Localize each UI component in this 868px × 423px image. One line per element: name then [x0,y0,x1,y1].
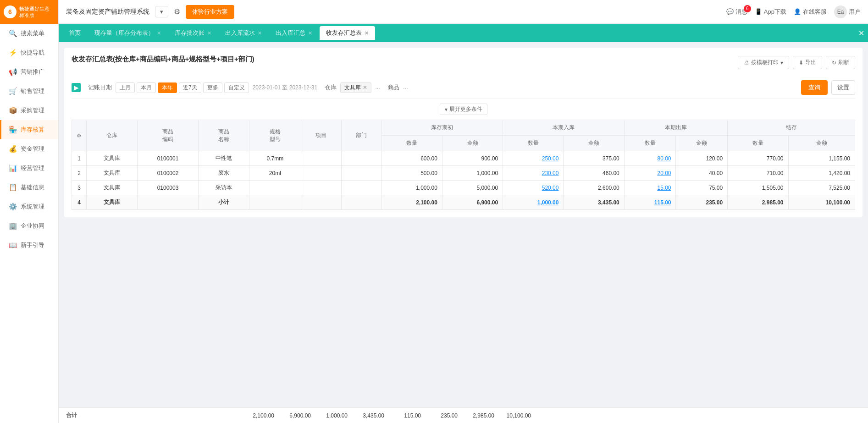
messages-item[interactable]: 💬 消息 6 [726,8,747,16]
cell-out-qty-1[interactable]: 20.00 [624,166,676,181]
warehouse-more-dots[interactable]: ··· [375,84,380,91]
cell-balance-qty-2: 1,505.00 [728,181,788,195]
content-area: 收发存汇总表(按仓库+商品编码+商品+规格型号+项目+部门) 🖨 按模板打印 ▾… [59,42,868,407]
cell-in-qty-2[interactable]: 520.00 [503,181,564,195]
footer-nums: 2,100.00 6,900.00 1,000.00 3,435.00 115.… [86,412,536,419]
cell-out-qty-2[interactable]: 15.00 [624,181,676,195]
logo-text: 畅捷通好生意 标准版 [19,5,50,19]
sidebar-item-sales[interactable]: 🛒销售管理 [0,82,58,101]
tab-receive-summary[interactable]: 收发存汇总表✕ [320,26,375,40]
messages-badge: 6 [744,5,751,12]
cell-name-3: 小计 [198,195,249,210]
app-download-item[interactable]: 📱 App下载 [755,8,786,16]
date-btn-本月[interactable]: 本月 [137,82,156,93]
cell-in-qty-1[interactable]: 230.00 [503,166,564,181]
tab-close-inventory-dist[interactable]: ✕ [157,30,161,36]
cell-opening-amt-2: 5,000.00 [442,181,503,195]
sidebar-item-purchase[interactable]: 📦采购管理 [0,101,58,120]
sidebar-label-purchase: 采购管理 [21,106,44,115]
cell-balance-qty-3: 2,985.00 [728,195,788,210]
tab-close-batch-ledger[interactable]: ✕ [207,30,211,36]
top-actions-right: 🖨 按模板打印 ▾ ⬇ 导出 ↻ 刷新 [738,56,855,69]
th-name: 商品名称 [198,120,249,151]
data-table: ⚙ 仓库 商品编码 商品名称 规格型号 项目 部门 库存期初 本期入库 本期出库… [72,120,855,210]
print-icon: 🖨 [744,60,749,66]
sidebar-item-operations[interactable]: 📊经营管理 [0,159,58,178]
th-out-amt: 金额 [676,136,728,151]
th-out-qty: 数量 [624,136,676,151]
footer-balance-amt: 10,100.00 [499,412,536,419]
cell-out-qty-0[interactable]: 80.00 [624,151,676,166]
cell-code-3 [138,195,198,210]
th-spec: 规格型号 [249,120,301,151]
cell-balance-amt-2: 7,525.00 [788,181,855,195]
th-settings[interactable]: ⚙ [72,120,87,151]
th-opening-amt: 金额 [442,136,503,151]
th-project: 项目 [301,120,341,151]
sidebar-icon-sales: 🛒 [9,87,17,95]
settings-button[interactable]: 设置 [831,80,855,95]
cell-name-1: 胶水 [198,166,249,181]
th-in-qty: 数量 [503,136,564,151]
cell-opening-amt-3: 6,900.00 [442,195,503,210]
tab-batch-ledger[interactable]: 库存批次账✕ [168,26,218,40]
sidebar-label-marketing: 营销推广 [21,68,44,76]
tab-label-receive-summary: 收发存汇总表 [326,29,362,37]
cell-balance-amt-0: 1,155.00 [788,151,855,166]
tab-close-receive-summary[interactable]: ✕ [365,30,369,36]
cell-code-2: 0100003 [138,181,198,195]
cell-in-qty-3[interactable]: 1,000.00 [503,195,564,210]
tab-label-home: 首页 [69,29,81,37]
sidebar-nav: 🔍搜索菜单⚡快捷导航📢营销推广🛒销售管理📦采购管理🏪库存核算💰资金管理📊经营管理… [0,24,58,423]
topbar-right: 💬 消息 6 📱 App下载 👤 在线客服 Ea 用户 [726,5,861,18]
filter-toggle-button[interactable]: ▶ [72,83,81,92]
table-row: 2 文具库 0100002 胶水 20ml 500.00 1,000.00 23… [72,166,855,181]
warehouse-tag: 文具库 ✕ [340,82,371,93]
app-download-label: App下载 [764,8,786,16]
tab-close-in-out-flow[interactable]: ✕ [258,30,262,36]
tab-home[interactable]: 首页 [62,26,87,40]
expand-more-row: ▾ 展开更多条件 [72,104,855,115]
tab-in-out-flow[interactable]: 出入库流水✕ [219,26,268,40]
cell-project-2 [301,181,341,195]
tab-close-in-out-summary[interactable]: ✕ [308,30,312,36]
warehouse-tag-close[interactable]: ✕ [363,84,367,91]
sidebar-item-guide[interactable]: 📖新手引导 [0,236,58,255]
date-btn-上月[interactable]: 上月 [116,82,135,93]
cell-name-0: 中性笔 [198,151,249,166]
online-service-item[interactable]: 👤 在线客服 [794,8,827,16]
sidebar-label-quick-nav: 快捷导航 [21,49,44,57]
tab-inventory-dist[interactable]: 现存量（库存分布表）✕ [88,26,167,40]
query-button[interactable]: 查询 [801,80,828,95]
cell-in-amt-3: 3,435.00 [564,195,624,210]
sidebar-item-marketing[interactable]: 📢营销推广 [0,62,58,82]
sidebar-item-search[interactable]: 🔍搜索菜单 [0,24,58,43]
sidebar-item-finance[interactable]: 💰资金管理 [0,139,58,159]
cell-spec-1: 20ml [249,166,301,181]
date-btn-更多[interactable]: 更多 [203,82,222,93]
settings-icon[interactable]: ⚙ [174,7,180,16]
cell-balance-amt-1: 1,420.00 [788,166,855,181]
tabs-close-all-icon[interactable]: ✕ [858,29,864,38]
try-button[interactable]: 体验行业方案 [186,5,234,19]
date-btn-近7天[interactable]: 近7天 [179,82,201,93]
system-selector[interactable]: ▾ [155,6,168,17]
cell-in-qty-0[interactable]: 250.00 [503,151,564,166]
date-btn-自定义[interactable]: 自定义 [224,82,249,93]
sidebar-item-system[interactable]: ⚙️系统管理 [0,197,58,216]
refresh-button[interactable]: ↻ 刷新 [826,56,855,69]
date-btn-本年[interactable]: 本年 [158,82,177,93]
print-button[interactable]: 🖨 按模板打印 ▾ [738,56,789,69]
sidebar-item-enterprise[interactable]: 🏢企业协同 [0,216,58,236]
export-button[interactable]: ⬇ 导出 [793,56,822,69]
footer-out-amt: 235.00 [426,412,462,419]
cell-out-qty-3[interactable]: 115.00 [624,195,676,210]
tab-in-out-summary[interactable]: 出入库汇总✕ [269,26,319,40]
cell-code-0: 0100001 [138,151,198,166]
sidebar-item-inventory[interactable]: 🏪库存核算 [0,120,58,139]
user-item[interactable]: Ea 用户 [834,5,861,18]
sidebar-item-basic-info[interactable]: 📋基础信息 [0,178,58,197]
expand-conditions-button[interactable]: ▾ 展开更多条件 [440,104,487,115]
goods-more-dots[interactable]: ··· [403,84,408,91]
sidebar-item-quick-nav[interactable]: ⚡快捷导航 [0,43,58,62]
